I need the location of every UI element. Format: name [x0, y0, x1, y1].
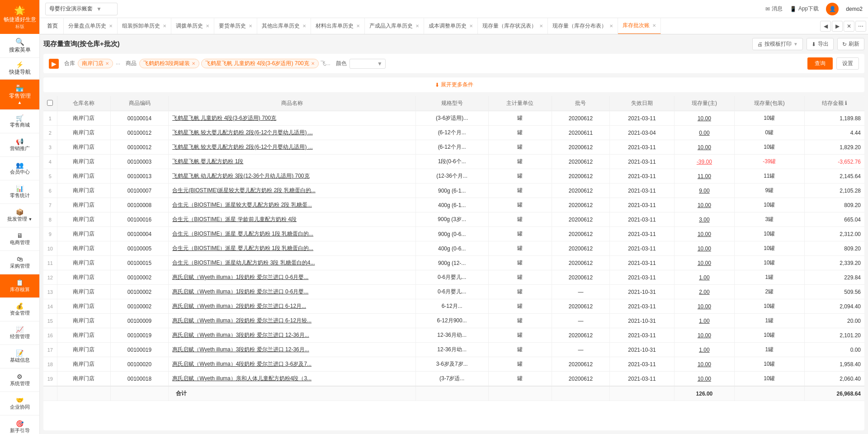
sidebar-item-inventory[interactable]: 📋库存核算: [0, 274, 39, 298]
tab-chengben[interactable]: 成本调整单历史 ✕: [424, 18, 478, 34]
sidebar-item-basic[interactable]: 📝基础信息: [0, 345, 39, 368]
tab-close-fenpan[interactable]: ✕: [109, 24, 113, 28]
tab-close-chengben[interactable]: ✕: [469, 24, 473, 28]
td-qty-main[interactable]: 2.00: [674, 285, 734, 299]
tab-home[interactable]: 首页: [42, 18, 64, 34]
product-tag-1[interactable]: 飞鹤星飞帆 儿童奶粉 4段(3-6岁适用) 700克 ✕: [201, 59, 319, 68]
tab-close-xianzai1[interactable]: ✕: [539, 24, 543, 28]
th-checkbox[interactable]: [43, 96, 57, 111]
tab-close-cailiao[interactable]: ✕: [356, 24, 360, 28]
sidebar-item-search[interactable]: 🔍 搜索英单: [0, 34, 39, 58]
td-qty-main[interactable]: 10.00: [674, 111, 734, 126]
warehouse-more-icon[interactable]: ···: [116, 61, 120, 67]
tab-close-picci[interactable]: ✕: [652, 23, 656, 28]
td-name[interactable]: 惠氏启赋（Wyeth illuma）1段奶粉 爱尔兰进口 0-6月婴...: [169, 270, 416, 285]
td-qty-main[interactable]: -39.00: [674, 155, 734, 169]
sidebar-item-finance[interactable]: 💰资金管理: [0, 298, 39, 321]
tab-close-xianzai2[interactable]: ✕: [609, 24, 613, 28]
td-qty-main[interactable]: 10.00: [674, 256, 734, 270]
td-qty-main[interactable]: 1.00: [674, 314, 734, 328]
warehouse-tag-close-icon[interactable]: ✕: [105, 61, 109, 66]
expand-more-btn[interactable]: ⬇ 展开更多条件: [431, 79, 477, 90]
td-name[interactable]: 惠氏启赋（Wyeth illuma）1段奶粉 爱尔兰进口 0-6月婴...: [169, 285, 416, 299]
sidebar-item-corp[interactable]: 🤝企业协同: [0, 392, 39, 415]
td-qty-main[interactable]: 10.00: [674, 198, 734, 212]
table-wrapper[interactable]: 仓库名称 商品编码 商品名称 规格型号 主计量单位 批号 失效日期 现存量(主)…: [43, 96, 864, 430]
setting-btn[interactable]: 设置: [836, 57, 859, 70]
sidebar-item-retail-stat[interactable]: 📊零售统计: [0, 180, 39, 204]
tab-fenpan[interactable]: 分量盘点单历史 ✕: [64, 18, 118, 34]
td-qty-main[interactable]: 10.00: [674, 241, 734, 256]
sidebar-item-retail[interactable]: 🏪 零售管理 ▲: [0, 80, 39, 110]
tab-close-diaopao[interactable]: ✕: [206, 24, 209, 28]
td-qty-main[interactable]: 1.00: [674, 270, 734, 285]
sidebar-item-ecom[interactable]: 🖥电商管理: [0, 227, 39, 251]
user-avatar[interactable]: 👤: [826, 3, 839, 15]
tab-menu-btn[interactable]: ⋯: [855, 21, 866, 32]
sidebar-item-sys[interactable]: ⚙系统管理: [0, 368, 39, 392]
td-name[interactable]: 飞鹤星飞帆 较大婴儿配方奶粉 2段(6-12个月婴幼儿适用) ...: [169, 126, 416, 140]
sidebar-item-ops[interactable]: 📈经营管理: [0, 321, 39, 345]
message-btn[interactable]: ✉ 消息: [765, 5, 783, 13]
sidebar-item-marketing[interactable]: 📢营销推广: [0, 133, 39, 157]
td-name[interactable]: 合生元（BIOSTIME）派星幼儿配方奶粉 3段 乳糖蛋白的4...: [169, 256, 416, 270]
tab-next-btn[interactable]: ▶: [832, 21, 843, 32]
td-name[interactable]: 合生元（BIOSTIME）派星较大婴儿配方奶粉 2段 乳糖蛋...: [169, 198, 416, 212]
td-qty-main[interactable]: 3.00: [674, 212, 734, 227]
td-name[interactable]: 飞鹤星飞帆 幼儿配方奶粉 3段(12-36个月幼儿适用) 700克: [169, 169, 416, 184]
color-filter-select[interactable]: ▼: [349, 59, 386, 69]
account-dropdown[interactable]: 母婴行业演示账套 ▼: [45, 3, 118, 15]
sidebar-item-quick[interactable]: ⚡ 快捷导航: [0, 58, 39, 80]
tab-close-all-btn[interactable]: ✕: [844, 21, 854, 32]
sidebar-item-member[interactable]: 👥会员中心: [0, 157, 39, 180]
td-name[interactable]: 飞鹤星飞帆 儿童奶粉 4段(3-6岁适用) 700克: [169, 111, 416, 126]
tab-yaohuo[interactable]: 要货单历史 ✕: [214, 18, 257, 34]
print-btn[interactable]: 🖨 按模板打印 ▼: [752, 38, 803, 50]
td-qty-main[interactable]: 0.00: [674, 126, 734, 140]
td-qty-main[interactable]: 10.00: [674, 227, 734, 241]
product-tag-1-close-icon[interactable]: ✕: [311, 61, 315, 66]
tab-close-chanpin[interactable]: ✕: [415, 24, 419, 28]
td-qty-main[interactable]: 10.00: [674, 299, 734, 314]
export-btn[interactable]: ⬇ 导出: [807, 38, 834, 50]
sidebar-item-retail-shop[interactable]: 🛒零售商城: [0, 110, 39, 133]
td-name[interactable]: 飞鹤星飞帆 婴儿配方奶粉 1段: [169, 155, 416, 169]
tab-xianzai2[interactable]: 现存量（库存分布表） ✕: [548, 18, 618, 34]
tab-qita[interactable]: 其他出库单历史 ✕: [257, 18, 311, 34]
product-tag-0-close-icon[interactable]: ✕: [192, 61, 195, 66]
td-name[interactable]: 合生元（BIOSTIME）派星 婴儿配方奶粉 1段 乳糖蛋白的...: [169, 241, 416, 256]
warehouse-tag[interactable]: 南岸门店 ✕: [78, 59, 113, 68]
td-qty-main[interactable]: 10.00: [674, 328, 734, 343]
td-name[interactable]: 惠氏启赋（Wyeth illuma）亲和人体儿童配方奶粉4段（3...: [169, 372, 416, 387]
product-more[interactable]: 飞...: [321, 60, 330, 67]
filter-expand-icon-btn[interactable]: ▶: [49, 59, 59, 69]
tab-close-zuchaihe[interactable]: ✕: [163, 24, 166, 28]
td-name[interactable]: 惠氏启赋（Wyeth illuma）2段奶粉 爱尔兰进口 6-12月...: [169, 299, 416, 314]
sidebar-item-purchase[interactable]: 🛍采购管理: [0, 251, 39, 274]
refresh-btn[interactable]: ↻ 刷新: [837, 38, 864, 50]
sidebar-item-batch[interactable]: 📦批发管理 ▼: [0, 204, 39, 227]
tab-prev-btn[interactable]: ◀: [820, 21, 831, 32]
tab-diaopao[interactable]: 调拨单历史 ✕: [171, 18, 214, 34]
td-name[interactable]: 合生元（BIOSTIME）派星 学龄前儿童配方奶粉 4段: [169, 212, 416, 227]
td-qty-main[interactable]: 9.00: [674, 184, 734, 198]
tab-cailiao[interactable]: 材料出库单历史 ✕: [311, 18, 365, 34]
td-qty-main[interactable]: 11.00: [674, 169, 734, 184]
td-qty-main[interactable]: 10.00: [674, 372, 734, 387]
td-name[interactable]: 合生元（BIOSTIME）派星 婴儿配方奶粉 1段 乳糖蛋白的...: [169, 227, 416, 241]
tab-xianzai1[interactable]: 现存量（库存状况表） ✕: [478, 18, 548, 34]
tab-chanpin[interactable]: 产成品入库单历史 ✕: [365, 18, 424, 34]
td-qty-main[interactable]: 10.00: [674, 357, 734, 372]
td-name[interactable]: 惠氏启赋（Wyeth illuma）3段奶粉 爱尔兰进口 12-36月...: [169, 343, 416, 357]
sidebar-item-guide[interactable]: 🎯新手引导: [0, 415, 39, 434]
tab-close-yaohuo[interactable]: ✕: [249, 24, 252, 28]
search-btn[interactable]: 查询: [807, 57, 833, 70]
select-all-checkbox[interactable]: [47, 100, 53, 106]
product-tag-0[interactable]: 飞鹤奶粉3段两罐装 ✕: [139, 59, 199, 68]
tab-zuchaihe[interactable]: 组装拆卸单历史 ✕: [118, 18, 171, 34]
sidebar-logo[interactable]: 🌟 畅捷通好生意 标版: [0, 0, 39, 34]
tab-picci[interactable]: 库存批次账 ✕: [618, 18, 661, 34]
td-qty-main[interactable]: 1.00: [674, 343, 734, 357]
td-name[interactable]: 惠氏启赋（Wyeth illuma）4段奶粉 爱尔兰进口 3-6岁及7...: [169, 357, 416, 372]
app-download-btn[interactable]: 📱 App下载: [790, 5, 819, 13]
